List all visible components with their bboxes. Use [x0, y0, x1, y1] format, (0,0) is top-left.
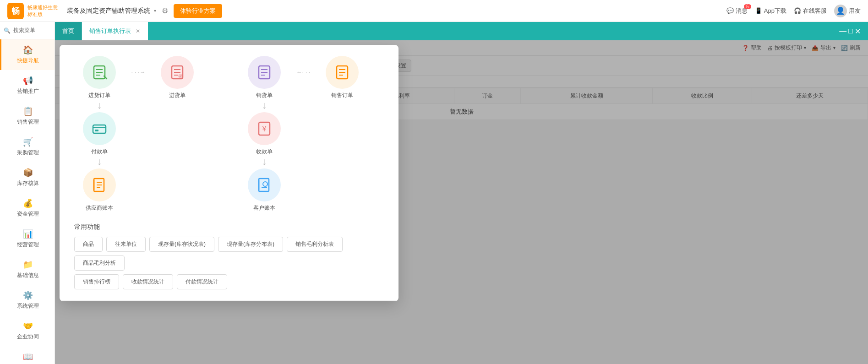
top-right: 💬 消息 5 📱 App下载 🎧 在线客服 👤 用友: [726, 5, 861, 17]
common-btn-partners[interactable]: 往来单位: [106, 237, 146, 252]
sidebar-item-system[interactable]: ⚙️ 系统管理: [0, 285, 55, 315]
common-btn-sales-margin[interactable]: 销售毛利分析表: [287, 237, 343, 252]
window-minimize-btn[interactable]: —: [839, 27, 846, 35]
window-maximize-btn[interactable]: □: [848, 27, 853, 35]
common-btn-stock-status[interactable]: 现存量(库存状况表): [149, 237, 214, 252]
flow-diagram: 进货订单 ↓ 付款单 ↓: [74, 56, 384, 216]
business-icon: 📊: [23, 229, 33, 239]
tab-sales-order-exec-label: 销售订单执行表: [89, 27, 131, 35]
sidebar-item-inventory[interactable]: 📦 库存核算: [0, 162, 55, 193]
sidebar-item-quick-nav[interactable]: 🏠 快捷导航: [0, 39, 55, 70]
sidebar-label-purchase: 采购管理: [17, 149, 39, 157]
common-btn-receipt-stats[interactable]: 收款情况统计: [123, 274, 173, 289]
home-icon: 🏠: [23, 45, 33, 55]
common-btn-stock-dist[interactable]: 现存量(库存分布表): [218, 237, 283, 252]
cooperation-icon: 🤝: [23, 321, 33, 331]
svg-rect-4: [93, 125, 106, 133]
sidebar-label-system: 系统管理: [17, 302, 39, 310]
content-area: 首页 销售订单执行表 ✕ — □ ✕ ❓: [55, 22, 868, 364]
scroll-right-arrow[interactable]: ▶: [393, 299, 398, 301]
main-area: 🔍 搜索菜单 🏠 快捷导航 📢 营销推广 📋 销售管理 🛒 采购管理 📦: [0, 22, 868, 364]
flow-col-left: 进货订单 ↓ 付款单 ↓: [74, 56, 125, 212]
flow-node-receipt[interactable]: ¥ 收款单: [239, 112, 289, 156]
arrow-down-4: ↓: [262, 156, 267, 168]
sidebar-item-newcomer[interactable]: 📖 新手引导: [0, 346, 55, 364]
svg-text:¥: ¥: [262, 125, 267, 133]
customer-ledger-label: 客户账本: [253, 204, 275, 212]
tab-sales-order-exec[interactable]: 销售订单执行表 ✕: [82, 22, 148, 40]
common-btn-product[interactable]: 商品: [74, 237, 103, 252]
app-wrapper: 畅 畅康通好生意标准版 装备及固定资产辅助管理系统 ▾ ⚙ 体验行业方案 💬 消…: [0, 0, 868, 364]
user-avatar: 👤: [834, 5, 847, 17]
tab-close-icon[interactable]: ✕: [136, 28, 140, 34]
flow-col-sales: 销货单 ↓ ¥ 收款单 ↓: [239, 56, 289, 212]
sidebar-item-basic-info[interactable]: 📁 基础信息: [0, 254, 55, 285]
inventory-icon: 📦: [23, 168, 33, 178]
common-btn-product-margin[interactable]: 商品毛利分析: [74, 255, 125, 271]
supplier-ledger-label: 供应商账本: [86, 204, 113, 212]
search-menu-label: 搜索菜单: [13, 27, 35, 34]
search-icon: 🔍: [4, 27, 11, 34]
flow-node-customer-ledger[interactable]: 客户账本: [239, 168, 289, 212]
common-btn-payment-stats[interactable]: 付款情况统计: [177, 274, 227, 289]
common-btn-sales-rank[interactable]: 销售排行榜: [74, 274, 119, 289]
app-download-item[interactable]: 📱 App下载: [755, 7, 786, 15]
scroll-left-arrow[interactable]: ◀: [60, 299, 66, 301]
search-menu[interactable]: 🔍 搜索菜单: [0, 22, 55, 39]
sidebar-item-marketing[interactable]: 📢 营销推广: [0, 70, 55, 101]
tab-bar: 首页 销售订单执行表 ✕ — □ ✕: [55, 22, 868, 40]
purchase-icon: 🛒: [23, 137, 33, 147]
purchase-bill-label: 进货单: [169, 92, 186, 99]
flow-node-sales-order[interactable]: 销售订单: [317, 56, 367, 99]
modal-content: 进货订单 ↓ 付款单 ↓: [60, 45, 399, 300]
gear-button[interactable]: ⚙: [160, 5, 170, 17]
receipt-icon: ¥: [248, 112, 281, 145]
payment-icon: [83, 112, 116, 145]
download-icon: 📱: [755, 7, 762, 14]
flow-col-purchase-bill: ✓ 进货单: [152, 56, 202, 99]
flow-node-purchase-bill[interactable]: ✓ 进货单: [152, 56, 202, 99]
sales-order-label: 销售订单: [331, 92, 353, 99]
sidebar-item-sales[interactable]: 📋 销售管理: [0, 101, 55, 131]
page-content: ❓ 帮助 🖨 按模板打印 ▾ 📤 导出 ▾ 🔄: [55, 40, 868, 364]
sidebar-label-marketing: 营销推广: [17, 87, 39, 95]
sidebar-item-cooperation[interactable]: 🤝 企业协同: [0, 315, 55, 346]
svg-rect-6: [95, 130, 98, 131]
common-buttons-row: 商品 往来单位 现存量(库存状况表) 现存量(库存分布表) 销售毛利分析表 商品…: [74, 237, 384, 271]
logo-icon: 畅: [7, 3, 24, 19]
svg-text:✓: ✓: [179, 74, 182, 78]
system-dropdown-arrow[interactable]: ▾: [154, 8, 156, 13]
sidebar: 🔍 搜索菜单 🏠 快捷导航 📢 营销推广 📋 销售管理 🛒 采购管理 📦: [0, 22, 55, 364]
top-bar: 畅 畅康通好生意标准版 装备及固定资产辅助管理系统 ▾ ⚙ 体验行业方案 💬 消…: [0, 0, 868, 22]
message-icon: 💬: [726, 7, 734, 14]
user-item[interactable]: 👤 用友: [834, 5, 861, 17]
arrow-sales-order-to-bill: ←· · ·: [289, 56, 317, 76]
flow-node-payment[interactable]: 付款单: [74, 112, 125, 156]
online-service-label: 在线客服: [803, 7, 827, 15]
marketing-icon: 📢: [23, 76, 33, 86]
system-title: 装备及固定资产辅助管理系统: [67, 7, 150, 15]
customer-ledger-icon: [248, 168, 281, 201]
app-download-label: App下载: [764, 7, 786, 15]
message-item[interactable]: 💬 消息 5: [726, 7, 748, 15]
common-section-title: 常用功能: [74, 223, 384, 231]
common-buttons-row-2: 销售排行榜 收款情况统计 付款情况统计: [74, 274, 384, 289]
tab-home[interactable]: 首页: [55, 22, 82, 40]
modal-scrollbar[interactable]: ◀ ▶: [60, 300, 399, 301]
sales-bill-label: 销货单: [256, 92, 273, 99]
flow-node-sales-bill[interactable]: 销货单: [239, 56, 289, 99]
basic-info-icon: 📁: [23, 260, 33, 270]
sidebar-item-purchase[interactable]: 🛒 采购管理: [0, 131, 55, 162]
sidebar-label-quick-nav: 快捷导航: [17, 57, 39, 65]
sidebar-label-basic-info: 基础信息: [17, 272, 39, 279]
experience-btn[interactable]: 体验行业方案: [174, 4, 222, 18]
flow-node-purchase-order[interactable]: 进货订单: [74, 56, 125, 99]
purchase-order-icon: [83, 56, 116, 89]
sales-order-icon: [326, 56, 359, 89]
sidebar-item-business[interactable]: 📊 经营管理: [0, 223, 55, 254]
window-close-btn[interactable]: ✕: [855, 27, 861, 36]
sales-icon: 📋: [23, 106, 33, 116]
sidebar-item-finance[interactable]: 💰 资金管理: [0, 193, 55, 223]
online-service-item[interactable]: 🎧 在线客服: [794, 7, 827, 15]
flow-node-supplier-ledger[interactable]: 供应商账本: [74, 168, 125, 212]
